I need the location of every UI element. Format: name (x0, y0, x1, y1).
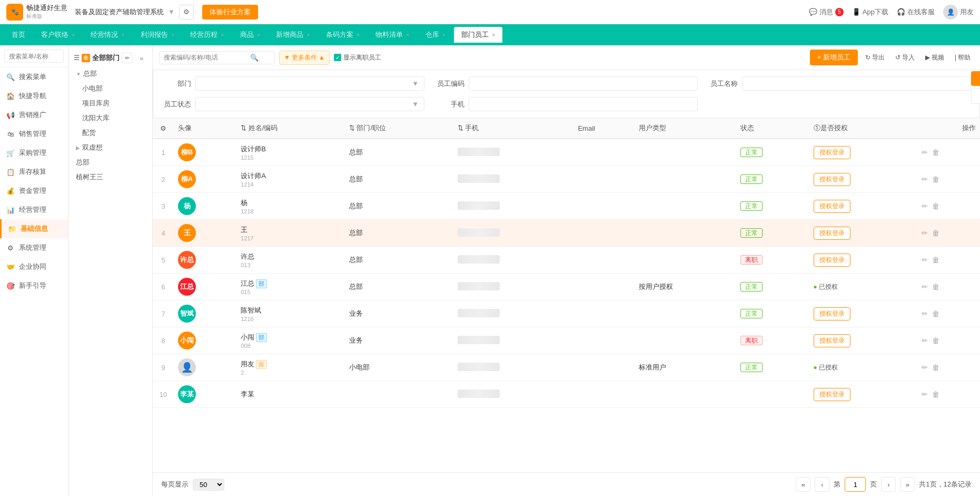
show-inactive-checkbox[interactable]: ✓ (334, 54, 341, 61)
nav-tab-仓库[interactable]: 仓库× (418, 27, 453, 43)
delete-icon[interactable]: 🗑 (932, 202, 939, 210)
edit-icon[interactable]: ✏ (922, 363, 928, 372)
close-icon[interactable]: × (406, 32, 409, 38)
sidebar-item-基础信息[interactable]: 📁基础信息 (0, 219, 68, 238)
dept-node-peihuo[interactable]: 配货 (68, 125, 152, 140)
edit-icon[interactable]: ✏ (922, 309, 928, 318)
dept-node-xiaodianbu[interactable]: 小电部 (68, 81, 152, 96)
nav-tab-客户联络[interactable]: 客户联络× (34, 27, 82, 43)
app-download-button[interactable]: 📱 App下载 (852, 7, 888, 17)
export-button[interactable]: ↻ 导出 (862, 51, 888, 64)
sidebar-search-input[interactable] (9, 53, 68, 60)
sidebar-item-搜索菜单[interactable]: 🔍搜索菜单 (0, 67, 68, 86)
dept-node-zongbu2[interactable]: 总部 (68, 155, 152, 170)
help-button[interactable]: | 帮助 (952, 51, 974, 64)
close-icon[interactable]: × (121, 32, 124, 38)
nav-tab-新增商品[interactable]: 新增商品× (269, 27, 317, 43)
delete-icon[interactable]: 🗑 (932, 229, 939, 237)
sidebar-item-系统管理[interactable]: ⚙系统管理 (0, 238, 68, 257)
close-icon[interactable]: × (171, 32, 174, 38)
dept-node-xiangmukufang[interactable]: 项目库房 (68, 96, 152, 111)
nav-tab-利润报告[interactable]: 利润报告× (133, 27, 182, 43)
auth-login-button[interactable]: 授权登录 (814, 334, 850, 347)
more-conditions-button[interactable]: ▼ 更多条件 ▲ (279, 51, 330, 65)
next-page-button[interactable]: › (881, 477, 896, 492)
edit-icon[interactable]: ✏ (922, 175, 928, 183)
dept-node-zhishu[interactable]: 植树王三 (68, 170, 152, 184)
edit-icon[interactable]: ✏ (922, 336, 928, 345)
chevron-down-icon[interactable]: ▼ (168, 8, 175, 16)
dept-filter-select[interactable]: ▼ (195, 76, 424, 91)
sidebar-search-box[interactable]: 🔍 (4, 50, 64, 63)
auth-login-button[interactable]: 授权登录 (814, 307, 850, 320)
col-dept[interactable]: ⇅ 部门/职位 (345, 118, 453, 139)
import-button[interactable]: ↺ 导入 (892, 51, 918, 64)
first-page-button[interactable]: « (796, 477, 810, 492)
message-button[interactable]: 💬 消息 5 (809, 7, 844, 17)
delete-icon[interactable]: 🗑 (932, 363, 939, 372)
close-icon[interactable]: × (72, 32, 75, 38)
edit-icon[interactable]: ✏ (922, 283, 928, 291)
auth-login-button[interactable]: 授权登录 (814, 388, 850, 401)
employee-search-box[interactable]: 🔍 (159, 51, 275, 64)
close-icon[interactable]: × (492, 32, 495, 38)
employee-search-input[interactable] (164, 54, 248, 61)
edit-icon[interactable]: ✏ (922, 390, 928, 398)
dept-node-zonbu[interactable]: ▼ 总部 (68, 66, 152, 81)
sidebar-item-企业协同[interactable]: 🤝企业协同 (0, 257, 68, 276)
online-service-button[interactable]: 🎧 在线客服 (897, 7, 935, 17)
nav-tab-经营情况[interactable]: 经营情况× (83, 27, 132, 43)
add-employee-button[interactable]: + 新增员工 (810, 50, 858, 65)
delete-icon[interactable]: 🗑 (932, 256, 939, 264)
sidebar-item-营销推广[interactable]: 📢营销推广 (0, 105, 68, 124)
trial-button[interactable]: 体验行业方案 (202, 5, 258, 20)
auth-login-button[interactable]: 授权登录 (814, 227, 850, 240)
user-menu-button[interactable]: 👤 用友 (943, 5, 974, 20)
settings-button[interactable]: ⚙ (179, 5, 194, 20)
nav-tab-经营历程[interactable]: 经营历程× (183, 27, 231, 43)
close-icon[interactable]: × (221, 32, 224, 38)
empname-filter-input[interactable] (742, 76, 971, 91)
auth-login-button[interactable]: 授权登录 (814, 200, 850, 213)
sidebar-item-销售管理[interactable]: 🛍销售管理 (0, 124, 68, 143)
col-name[interactable]: ⇅ 姓名/编码 (236, 118, 345, 139)
dept-collapse-button[interactable]: « (136, 53, 147, 63)
auth-login-button[interactable]: 授权登录 (814, 254, 850, 267)
sidebar-item-库存核算[interactable]: 📋库存核算 (0, 162, 68, 181)
sidebar-item-资金管理[interactable]: 💰资金管理 (0, 181, 68, 200)
all-dept-label[interactable]: 全部部门 (92, 53, 120, 63)
delete-icon[interactable]: 🗑 (932, 148, 939, 157)
col-phone[interactable]: ⇅ 手机 (453, 118, 574, 139)
empstatus-filter-select[interactable]: ▼ (195, 97, 424, 111)
delete-icon[interactable]: 🗑 (932, 336, 939, 345)
delete-icon[interactable]: 🗑 (932, 390, 939, 398)
close-icon[interactable]: × (257, 32, 260, 38)
video-button[interactable]: ▶ 视频 (922, 51, 947, 64)
sidebar-item-经营管理[interactable]: 📊经营管理 (0, 200, 68, 219)
delete-icon[interactable]: 🗑 (932, 175, 939, 183)
nav-tab-首页[interactable]: 首页 (4, 27, 33, 43)
prev-page-button[interactable]: ‹ (815, 477, 829, 492)
dept-node-shuangxuxiang[interactable]: ▶ 双虚想 (68, 140, 152, 155)
edit-icon[interactable]: ✏ (922, 202, 928, 210)
show-inactive-checkbox-area[interactable]: ✓ 显示离职员工 (334, 53, 381, 62)
sidebar-item-快捷导航[interactable]: 🏠快捷导航 (0, 86, 68, 105)
edit-icon[interactable]: ✏ (922, 229, 928, 237)
nav-tab-商品[interactable]: 商品× (233, 27, 268, 43)
sidebar-item-新手引导[interactable]: 🎯新手引导 (0, 276, 68, 295)
last-page-button[interactable]: » (900, 477, 915, 492)
delete-icon[interactable]: 🗑 (932, 283, 939, 291)
page-number-input[interactable] (847, 481, 863, 489)
edit-icon[interactable]: ✏ (922, 256, 928, 264)
delete-icon[interactable]: 🗑 (932, 309, 939, 318)
empcode-filter-input[interactable] (469, 76, 698, 91)
auth-login-button[interactable]: 授权登录 (814, 173, 850, 186)
dept-edit-icon[interactable]: ✏ (122, 53, 132, 63)
auth-login-button[interactable]: 授权登录 (814, 146, 850, 159)
close-icon[interactable]: × (357, 32, 360, 38)
sidebar-item-采购管理[interactable]: 🛒采购管理 (0, 143, 68, 162)
phone-filter-input[interactable] (469, 97, 698, 111)
reset-button[interactable]: 设置 (971, 88, 980, 104)
close-icon[interactable]: × (442, 32, 446, 38)
nav-tab-条码方案[interactable]: 条码方案× (319, 27, 367, 43)
